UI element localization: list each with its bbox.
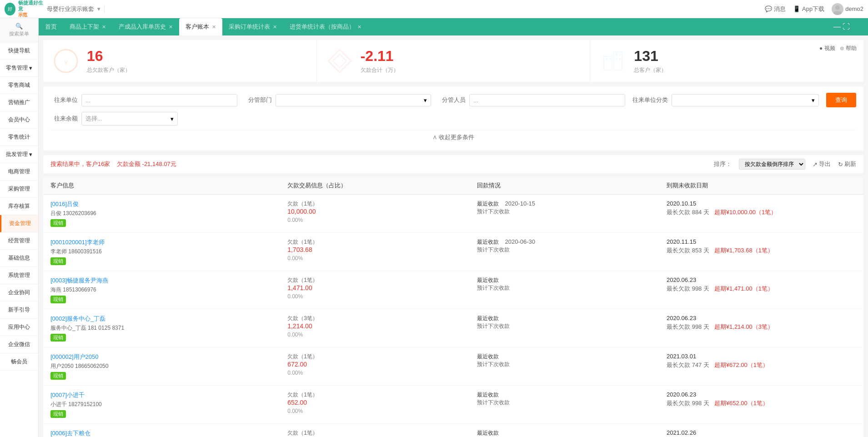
sidebar-item-wechat[interactable]: 企业微信 [0, 336, 38, 353]
tab-product-history[interactable]: 产成品入库单历史 ✕ [112, 18, 179, 35]
due-date-1: 2020.11.15 最长欠款 853 天 超期¥1,703.68（1笔） [667, 238, 856, 265]
overdue-link-3[interactable]: 超期¥1,214.00（3笔） [714, 323, 773, 330]
debt-amount-1[interactable]: 1,703.68 [287, 246, 477, 253]
table-header: 客户信息 欠款交易信息（占比） 回款情况 到期未收款日期 [43, 177, 863, 195]
tab-close-product-offshelf[interactable]: ✕ [102, 24, 106, 30]
sidebar-item-vip[interactable]: 畅会员 [0, 353, 38, 371]
table-row: [0007]小进千 小进千 18279152100 现销 欠款（1笔） 652.… [43, 386, 863, 424]
svg-rect-10 [616, 54, 617, 55]
collection-6: 最近收款 预计下次收款 [477, 429, 667, 437]
user-menu[interactable]: demo2 [832, 3, 863, 15]
sort-select[interactable]: 按欠款金额倒序排序 [739, 159, 805, 170]
from-unit-input[interactable]: ... [81, 94, 237, 106]
tab-customer-account[interactable]: 客户账本 ✕ [179, 18, 222, 35]
overdue-link-4[interactable]: 超期¥672.00（1笔） [714, 362, 768, 368]
chevron-down-icon: ▾ [424, 97, 427, 104]
customer-phone-4: 用户2050 18665062050 [50, 362, 287, 370]
sidebar-item-apps[interactable]: 应用中心 [0, 319, 38, 336]
sidebar-item-nav[interactable]: 快捷导航 [0, 42, 38, 60]
search-button[interactable]: 查询 [826, 93, 856, 107]
tab-home[interactable]: 首页 [39, 18, 63, 35]
sidebar-item-batch[interactable]: 批发管理 ▾ [0, 146, 38, 163]
tab-purchase-order[interactable]: 采购订单统计表 ✕ [222, 18, 283, 35]
sidebar-item-search[interactable]: 🔍 搜索菜单 [0, 18, 38, 42]
manager-input[interactable]: ... [469, 94, 625, 106]
debt-amount-5[interactable]: 652.00 [287, 399, 477, 406]
overdue-link-5[interactable]: 超期¥652.00（1笔） [714, 400, 768, 407]
app-download-btn[interactable]: 📱 App下载 [793, 5, 824, 13]
filter-area: 往来单位 ... 分管部门 ▾ 分管人员 [43, 86, 863, 151]
filter-unit-category: 往来单位分类 ▾ [632, 94, 819, 106]
sidebar-item-enterprise[interactable]: 企业协同 [0, 284, 38, 301]
customer-name-2[interactable]: [0003]畅捷服务尹海燕 [50, 276, 287, 285]
customer-tag-0: 现销 [50, 219, 66, 227]
video-btn[interactable]: ● 视频 [819, 45, 835, 52]
sidebar-item-guide[interactable]: 新手引导 [0, 301, 38, 319]
debt-amount-2[interactable]: 1,471.00 [287, 284, 477, 291]
from-unit-label: 往来单位 [50, 96, 78, 104]
export-btn[interactable]: ↗ 导出 [813, 160, 831, 168]
sidebar-item-member[interactable]: 会员中心 [0, 111, 38, 129]
collection-last-5: 最近收款 [477, 391, 667, 399]
tab-expand-btn[interactable]: ⛶ [843, 23, 850, 31]
debt-amount-3[interactable]: 1,214.00 [287, 322, 477, 330]
collection-last-2: 最近收款 [477, 276, 667, 284]
overdue-link-1[interactable]: 超期¥1,703.68（1笔） [714, 247, 773, 254]
search-icon: 🔍 [15, 23, 23, 30]
sidebar-item-purchase[interactable]: 采购管理 [0, 181, 38, 198]
sidebar-item-retail-stats[interactable]: 零售统计 [0, 129, 38, 146]
sidebar-item-marketing[interactable]: 营销推广 [0, 94, 38, 111]
refresh-btn[interactable]: ↻ 刷新 [838, 160, 856, 168]
collapse-filter-btn[interactable]: ∧ 收起更多条件 [50, 130, 856, 144]
sidebar-item-retail[interactable]: 零售管理 ▾ [0, 60, 38, 77]
tab-close-customer-account[interactable]: ✕ [212, 24, 216, 30]
tab-close-product-history[interactable]: ✕ [169, 24, 173, 30]
dept-select[interactable]: ▾ [276, 94, 431, 106]
help-btn[interactable]: ⊙ 帮助 [840, 45, 857, 52]
manager-label: 分管人员 [438, 96, 466, 104]
customer-name-6[interactable]: [0006]去下粮仓 [50, 429, 287, 437]
export-icon: ↗ [813, 161, 818, 168]
tab-inventory-stats[interactable]: 进货单统计表（按商品） ✕ [283, 18, 368, 35]
message-btn[interactable]: 💬 消息 [765, 5, 786, 13]
overdue-days-1: 最长欠款 853 天 超期¥1,703.68（1笔） [667, 246, 856, 255]
collection-last-3: 最近收款 [477, 315, 667, 322]
collection-4: 最近收款 预计下次收款 [477, 353, 667, 380]
sidebar-item-operation[interactable]: 经营管理 [0, 232, 38, 250]
tab-minimize-btn[interactable]: — [833, 23, 841, 31]
customer-name-4[interactable]: [000002]用户2050 [50, 353, 287, 361]
customer-name-5[interactable]: [0007]小进千 [50, 391, 287, 399]
chevron-down-icon-2: ▾ [812, 97, 815, 104]
customer-name-3[interactable]: [0002]服务中心_丁磊 [50, 315, 287, 323]
tab-close-purchase-order[interactable]: ✕ [273, 24, 277, 30]
sidebar-item-ecom[interactable]: 电商管理 [0, 163, 38, 181]
tab-close-inventory-stats[interactable]: ✕ [357, 24, 361, 30]
company-selector[interactable]: 母婴行业演示账套 ▾ [43, 5, 105, 13]
svg-marker-5 [333, 54, 346, 68]
message-icon: 💬 [765, 5, 772, 12]
top-bar: 好 畅捷通好生意示范 母婴行业演示账套 ▾ 💬 消息 📱 App下载 demo2 [0, 0, 868, 18]
tab-product-offshelf[interactable]: 商品上下架 ✕ [63, 18, 112, 35]
sidebar-item-basic[interactable]: 基础信息 [0, 250, 38, 267]
stat-card-total-customers: 131 总客户（家） ● 视频 ⊙ 帮助 [590, 40, 863, 82]
filter-manager: 分管人员 ... [438, 94, 625, 106]
sidebar-item-system[interactable]: 系统管理 [0, 267, 38, 284]
table-row: [0003]畅捷服务尹海燕 海燕 18513066976 现销 欠款（1笔） 1… [43, 271, 863, 309]
customer-name-0[interactable]: [0016]吕俊 [50, 200, 287, 208]
overdue-link-2[interactable]: 超期¥1,471.00（1笔） [714, 285, 773, 292]
customer-name-1[interactable]: [0001020001]李老师 [50, 238, 287, 246]
overdue-date-6: 2021.02.26 [667, 429, 856, 436]
debt-count-6: 欠款（1笔） [287, 429, 477, 437]
collection-1: 最近收款 2020-06-30 预计下次收款 [477, 238, 667, 265]
debt-amount-0[interactable]: 10,000.00 [287, 208, 477, 215]
debt-amount-value: -2.11 [361, 48, 399, 65]
results-info: 搜索结果中，客户16家 欠款金额 -21,148.07元 [50, 160, 176, 168]
sidebar-item-retail-mall[interactable]: 零售商城 [0, 77, 38, 94]
debt-amount-4[interactable]: 672.00 [287, 361, 477, 368]
collection-next-3: 预计下次收款 [477, 322, 667, 330]
sidebar-item-stock[interactable]: 库存核算 [0, 198, 38, 215]
unit-category-select[interactable]: ▾ [672, 94, 819, 106]
overdue-link-0[interactable]: 超期¥10,000.00（1笔） [714, 209, 777, 216]
balance-select[interactable]: 选择... ▾ [81, 112, 178, 126]
sidebar-item-finance[interactable]: 资金管理 [0, 215, 38, 232]
